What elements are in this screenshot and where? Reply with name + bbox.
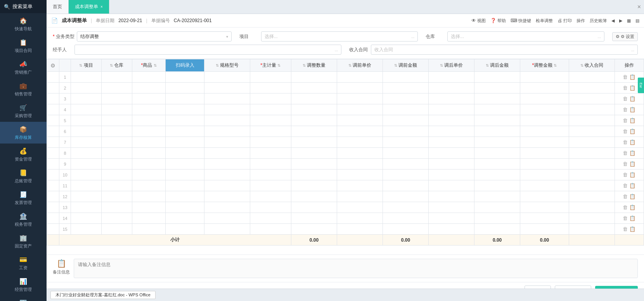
cell-spec-4[interactable] (204, 104, 250, 115)
cell-adjust-qty-15[interactable] (291, 224, 337, 235)
cell-unit-10[interactable] (250, 170, 291, 180)
cell-income-contract-8[interactable] (569, 148, 615, 159)
cell-income-contract-14[interactable] (569, 213, 615, 224)
cell-spec-5[interactable] (204, 115, 250, 126)
cell-before-price-15[interactable] (337, 224, 383, 235)
cell-scan-7[interactable] (166, 137, 204, 148)
delete-icon-13[interactable]: 🗑 (623, 204, 628, 210)
toolbar-operations-btn[interactable]: 操作 (576, 18, 585, 24)
cell-income-contract-2[interactable] (569, 83, 615, 93)
cell-spec-9[interactable] (204, 159, 250, 170)
delete-icon-5[interactable]: 🗑 (623, 118, 628, 123)
cell-before-amount-14[interactable] (383, 213, 429, 224)
cell-project-1[interactable] (71, 72, 102, 83)
cell-income-contract-3[interactable] (569, 93, 615, 104)
col-project[interactable]: ⇅ 项目 (71, 59, 102, 72)
copy-icon-7[interactable]: 📋 (629, 139, 635, 145)
toolbar-grid2-btn[interactable]: ▤ (635, 18, 639, 23)
cell-before-amount-8[interactable] (383, 148, 429, 159)
cell-after-price-13[interactable] (429, 202, 474, 213)
cell-unit-12[interactable] (250, 191, 291, 202)
cell-product-8[interactable] (132, 148, 166, 159)
cell-income-contract-11[interactable] (569, 180, 615, 191)
cell-before-amount-15[interactable] (383, 224, 429, 235)
cell-spec-10[interactable] (204, 170, 250, 180)
cell-after-amount-9[interactable] (474, 159, 520, 170)
cell-after-price-12[interactable] (429, 191, 474, 202)
delete-icon-9[interactable]: 🗑 (623, 161, 628, 167)
delete-icon-6[interactable]: 🗑 (623, 128, 628, 134)
cell-before-amount-7[interactable] (383, 137, 429, 148)
cell-before-amount-2[interactable] (383, 83, 429, 93)
cell-product-13[interactable] (132, 202, 166, 213)
sidebar-item-quick-nav[interactable]: 🏠 快速导航 (0, 13, 47, 35)
toolbar-help-btn[interactable]: ❓ 帮助 (490, 18, 506, 24)
income-contract-input[interactable]: 收入合同 ... (371, 45, 638, 55)
cell-warehouse-1[interactable] (101, 72, 132, 83)
cell-income-contract-1[interactable] (569, 72, 615, 83)
cell-adjust-qty-1[interactable] (291, 72, 337, 83)
cell-project-3[interactable] (71, 93, 102, 104)
handler-input[interactable]: ... (74, 45, 341, 55)
cell-adjust-amount-1[interactable] (520, 72, 569, 83)
cell-spec-15[interactable] (204, 224, 250, 235)
cell-product-4[interactable] (132, 104, 166, 115)
cell-before-amount-11[interactable] (383, 180, 429, 191)
cell-warehouse-7[interactable] (101, 137, 132, 148)
copy-icon-15[interactable]: 📋 (629, 226, 635, 232)
cell-scan-11[interactable] (166, 180, 204, 191)
cell-warehouse-9[interactable] (101, 159, 132, 170)
col-after-amount[interactable]: ⇅ 调后金额 (474, 59, 520, 72)
cell-scan-12[interactable] (166, 191, 204, 202)
cell-before-price-13[interactable] (337, 202, 383, 213)
cell-before-price-8[interactable] (337, 148, 383, 159)
cell-adjust-qty-11[interactable] (291, 180, 337, 191)
cell-adjust-amount-12[interactable] (520, 191, 569, 202)
cell-income-contract-6[interactable] (569, 126, 615, 137)
col-after-price[interactable]: ⇅ 调后单价 (429, 59, 474, 72)
sidebar-item-payroll[interactable]: 💳 工资 (0, 252, 47, 274)
cell-scan-3[interactable] (166, 93, 204, 104)
tab-bar-close[interactable]: × (637, 3, 644, 10)
cell-after-price-15[interactable] (429, 224, 474, 235)
taskbar-wps-item[interactable]: 木门行业好业财处理方案-墓红红.doc - WPS Office (50, 291, 156, 299)
edge-btn[interactable]: Ear (638, 78, 644, 93)
cell-spec-1[interactable] (204, 72, 250, 83)
cell-scan-2[interactable] (166, 83, 204, 93)
cell-project-15[interactable] (71, 224, 102, 235)
cell-before-price-2[interactable] (337, 83, 383, 93)
cell-spec-12[interactable] (204, 191, 250, 202)
cell-project-7[interactable] (71, 137, 102, 148)
copy-icon-5[interactable]: 📋 (629, 118, 635, 123)
tab-close-icon[interactable]: × (100, 5, 103, 9)
cell-project-11[interactable] (71, 180, 102, 191)
cell-unit-9[interactable] (250, 159, 291, 170)
cell-before-amount-10[interactable] (383, 170, 429, 180)
cell-spec-8[interactable] (204, 148, 250, 159)
cell-income-contract-9[interactable] (569, 159, 615, 170)
cell-after-price-6[interactable] (429, 126, 474, 137)
cell-project-4[interactable] (71, 104, 102, 115)
col-gear-icon[interactable]: ⚙ (50, 62, 55, 69)
cell-after-price-10[interactable] (429, 170, 474, 180)
cell-warehouse-2[interactable] (101, 83, 132, 93)
copy-icon-3[interactable]: 📋 (629, 96, 635, 102)
sidebar-item-project-contract[interactable]: 📋 项目合同 (0, 35, 47, 57)
cell-after-amount-7[interactable] (474, 137, 520, 148)
copy-icon-1[interactable]: 📋 (629, 74, 635, 80)
cell-after-amount-2[interactable] (474, 83, 520, 93)
cell-adjust-qty-2[interactable] (291, 83, 337, 93)
col-spec[interactable]: ⇅ 规格型号 (204, 59, 250, 72)
tab-cost-adjust[interactable]: 成本调整单 × (69, 0, 109, 14)
cell-warehouse-5[interactable] (101, 115, 132, 126)
tab-home[interactable]: 首页 (47, 0, 69, 14)
cell-after-price-1[interactable] (429, 72, 474, 83)
warehouse-input[interactable]: 选择... ... (447, 31, 604, 42)
cell-after-amount-10[interactable] (474, 170, 520, 180)
copy-icon-2[interactable]: 📋 (629, 85, 635, 91)
cell-before-price-14[interactable] (337, 213, 383, 224)
cell-before-amount-5[interactable] (383, 115, 429, 126)
cell-before-price-6[interactable] (337, 126, 383, 137)
cell-spec-7[interactable] (204, 137, 250, 148)
cell-product-15[interactable] (132, 224, 166, 235)
